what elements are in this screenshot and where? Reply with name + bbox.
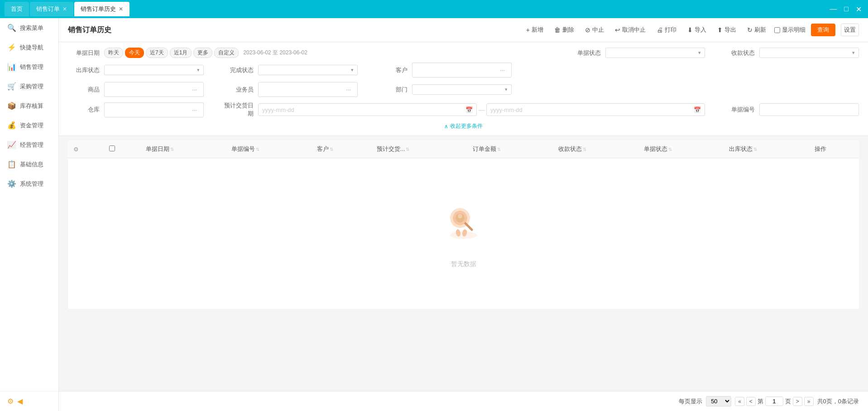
- window-min-btn[interactable]: —: [828, 3, 839, 15]
- sort-icon-date[interactable]: ⇅: [170, 147, 174, 152]
- date-pill-yesterday[interactable]: 昨天: [104, 48, 123, 58]
- per-page-select[interactable]: 102050100: [706, 396, 731, 406]
- calendar-from-icon[interactable]: 📅: [465, 106, 473, 113]
- order-status-select[interactable]: ▾: [605, 48, 705, 58]
- col-header-payment-status: 收款状态⇅: [553, 140, 638, 158]
- import-button[interactable]: ⬇导入: [685, 24, 709, 36]
- sidebar-collapse-icon[interactable]: ◀: [17, 397, 23, 406]
- sidebar-label-search-menu: 搜索菜单: [20, 24, 43, 32]
- dept-label: 部门: [376, 86, 412, 94]
- complete-status-select[interactable]: ▾: [258, 65, 358, 75]
- sidebar-label-inventory-check: 库存核算: [20, 102, 43, 110]
- col-label-payment-status: 收款状态: [558, 145, 582, 152]
- payment-status-select[interactable]: ▾: [759, 48, 859, 58]
- warehouse-dots[interactable]: ···: [189, 105, 200, 115]
- first-page-btn[interactable]: «: [735, 397, 744, 406]
- header-row: ⚙单据日期⇅单据编号⇅客户⇅预计交货...⇅订单金额⇅收款状态⇅单据状态⇅出库状…: [68, 140, 859, 158]
- expected-date-to[interactable]: [490, 106, 694, 113]
- payment-status-filter: ▾: [759, 48, 859, 58]
- sort-icon-payment-status[interactable]: ⇅: [583, 147, 586, 152]
- expected-date-from[interactable]: [262, 106, 465, 113]
- print-icon: 🖨: [657, 26, 663, 34]
- dept-chevron: ▾: [505, 87, 508, 92]
- date-range-text: 2023-06-02 至 2023-06-02: [243, 49, 307, 57]
- window-close-btn[interactable]: ✕: [854, 3, 863, 15]
- sidebar-item-fund-mgmt[interactable]: 💰资金管理: [0, 116, 58, 135]
- calendar-to-icon[interactable]: 📅: [694, 106, 701, 113]
- product-input[interactable]: [108, 86, 189, 93]
- customer-dots[interactable]: ···: [497, 65, 508, 75]
- query-button[interactable]: 查询: [811, 24, 835, 36]
- col-header-checkbox[interactable]: [104, 140, 140, 158]
- date-pill-last7[interactable]: 近7天: [146, 48, 168, 58]
- delete-icon: 🗑: [554, 26, 561, 34]
- date-pill-last1m[interactable]: 近1月: [170, 48, 192, 58]
- prev-page-btn[interactable]: <: [746, 397, 756, 406]
- col-header-settings[interactable]: ⚙: [68, 140, 104, 158]
- settings-button[interactable]: 设置: [841, 24, 859, 36]
- last-page-btn[interactable]: »: [804, 397, 814, 406]
- sidebar-item-inventory-check[interactable]: 📦库存核算: [0, 96, 58, 116]
- sidebar-item-quick-nav[interactable]: ⚡快捷导航: [0, 38, 58, 57]
- tab-sales-order[interactable]: 销售订单✕: [30, 2, 73, 16]
- page-input[interactable]: [765, 396, 783, 406]
- order-num-input[interactable]: [763, 106, 855, 113]
- sort-icon-outbound-status[interactable]: ⇅: [753, 147, 757, 152]
- top-bar: 首页销售订单✕销售订单历史✕ — □ ✕: [0, 0, 868, 18]
- sort-icon-order-status[interactable]: ⇅: [668, 147, 672, 152]
- tab-close-sales-order-history[interactable]: ✕: [119, 6, 123, 12]
- export-icon: ⬆: [717, 26, 723, 34]
- window-max-btn[interactable]: □: [842, 3, 850, 15]
- export-button[interactable]: ⬆导出: [715, 24, 739, 36]
- col-header-number: 单据编号⇅: [226, 140, 312, 158]
- sidebar-item-ops-mgmt[interactable]: 📈经营管理: [0, 135, 58, 155]
- warehouse-input[interactable]: [108, 106, 189, 113]
- cancel-stop-button[interactable]: ↩取消中止: [612, 24, 648, 36]
- sort-icon-number[interactable]: ⇅: [256, 147, 259, 152]
- sidebar-item-basic-info[interactable]: 📋基础信息: [0, 155, 58, 174]
- date-pill-today[interactable]: 今天: [125, 48, 144, 58]
- select-all-checkbox[interactable]: [109, 145, 115, 151]
- print-button[interactable]: 🖨打印: [654, 24, 679, 36]
- salesperson-dots[interactable]: ···: [343, 84, 354, 95]
- sidebar-item-purchase-mgmt[interactable]: 🛒采购管理: [0, 77, 58, 96]
- delete-button[interactable]: 🗑删除: [551, 24, 577, 36]
- tab-close-sales-order[interactable]: ✕: [62, 6, 67, 12]
- col-label-date: 单据日期: [146, 145, 169, 152]
- customer-input[interactable]: [416, 67, 497, 73]
- sidebar-item-sys-mgmt[interactable]: ⚙️系统管理: [0, 174, 58, 193]
- refresh-icon: ↻: [747, 26, 753, 34]
- customer-input-wrap: ···: [412, 63, 512, 77]
- date-pill-custom[interactable]: 自定义: [214, 48, 239, 58]
- next-page-btn[interactable]: >: [793, 397, 802, 406]
- tab-sales-order-history[interactable]: 销售订单历史✕: [74, 2, 129, 16]
- col-header-date: 单据日期⇅: [140, 140, 226, 158]
- col-label-expected-date: 预计交货...: [377, 145, 405, 152]
- refresh-button[interactable]: ↻刷新: [744, 24, 769, 36]
- col-label-action: 操作: [815, 145, 826, 152]
- sidebar-item-search-menu[interactable]: 🔍搜索菜单: [0, 18, 58, 38]
- col-label-amount: 订单金额: [473, 145, 496, 152]
- tab-home[interactable]: 首页: [5, 2, 29, 16]
- new-button[interactable]: +新增: [523, 24, 546, 36]
- display-toggle[interactable]: 显示明细: [774, 26, 806, 34]
- sort-icon-customer[interactable]: ⇅: [330, 147, 333, 152]
- table-settings-icon[interactable]: ⚙: [73, 146, 79, 153]
- salesperson-filter: ···: [258, 82, 358, 97]
- salesperson-input[interactable]: [262, 86, 343, 93]
- date-pill-more[interactable]: 更多: [193, 48, 212, 58]
- main-layout: 🔍搜索菜单⚡快捷导航📊销售管理🛒采购管理📦库存核算💰资金管理📈经营管理📋基础信息…: [0, 18, 868, 411]
- print-label: 打印: [665, 26, 676, 34]
- date-filter-value: 昨天今天近7天近1月更多自定义 2023-06-02 至 2023-06-02: [104, 48, 551, 58]
- collapse-link[interactable]: ∧ 收起更多条件: [68, 122, 859, 130]
- sidebar-label-basic-info: 基础信息: [20, 160, 43, 169]
- sort-icon-amount[interactable]: ⇅: [497, 147, 501, 152]
- sidebar-item-sales-mgmt[interactable]: 📊销售管理: [0, 57, 58, 77]
- display-toggle-checkbox[interactable]: [774, 27, 780, 33]
- product-dots[interactable]: ···: [189, 84, 200, 95]
- outbound-status-select[interactable]: ▾: [104, 65, 204, 75]
- dept-select[interactable]: ▾: [412, 84, 512, 95]
- sort-icon-expected-date[interactable]: ⇅: [406, 147, 409, 152]
- sidebar-settings-icon[interactable]: ⚙: [7, 397, 14, 406]
- stop-button[interactable]: ⊘中止: [582, 24, 607, 36]
